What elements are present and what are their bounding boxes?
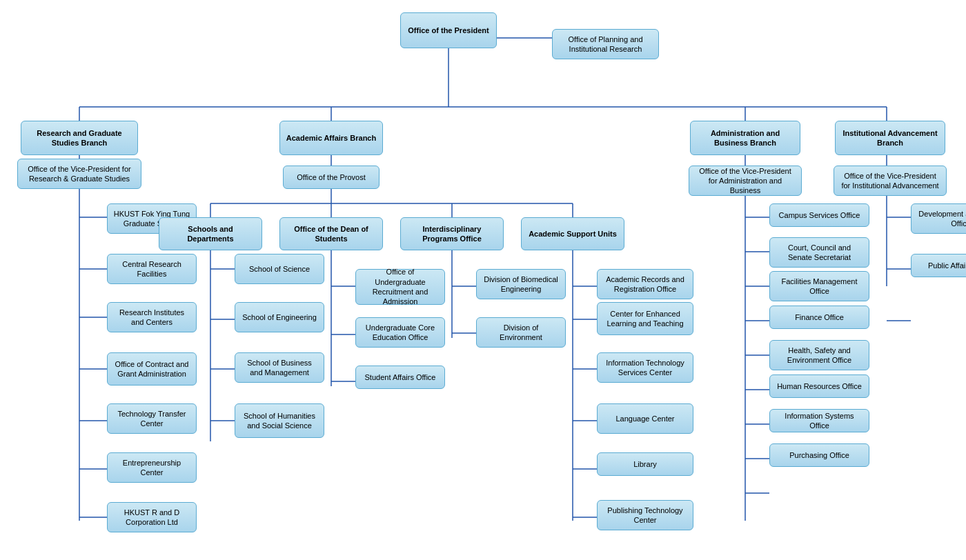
vp-admin-node: Office of the Vice-President for Adminis… [689,166,802,196]
academic-support-node: Academic Support Units [521,217,624,250]
info-systems-node: Information Systems Office [769,409,869,432]
central-research-node: Central Research Facilities [107,254,197,284]
purchasing-node: Purchasing Office [769,443,869,467]
library-node: Library [597,452,693,476]
interdisciplinary-node: Interdisciplinary Programs Office [400,217,504,250]
it-services-node: Information Technology Services Center [597,352,693,383]
admin-branch-node: Administration and Business Branch [690,121,800,155]
tech-transfer-node: Technology Transfer Center [107,403,197,434]
research-branch-node: Research and Graduate Studies Branch [21,121,138,155]
school-biz-node: School of Business and Management [235,352,324,383]
vp-research-node: Office of the Vice-President for Researc… [17,159,141,189]
undergrad-recruit-node: Office of Undergraduate Recruitment and … [355,269,445,305]
school-science-node: School of Science [235,254,324,284]
inst-branch-node: Institutional Advancement Branch [835,121,945,155]
academic-branch-node: Academic Affairs Branch [279,121,383,155]
school-eng-node: School of Engineering [235,302,324,332]
research-inst-node: Research Institutes and Centers [107,302,197,332]
schools-dept-node: Schools and Departments [159,217,262,250]
environment-node: Division of Environment [476,317,566,348]
celt-node: Center for Enhanced Learning and Teachin… [597,302,693,335]
development-alumni-node: Development and Alumni Office [911,203,966,234]
campus-services-node: Campus Services Office [769,203,869,227]
school-hum-node: School of Humanities and Social Science [235,403,324,438]
human-resources-node: Human Resources Office [769,374,869,398]
provost-node: Office of the Provost [283,166,379,189]
entrepreneurship-node: Entrepreneurship Center [107,452,197,483]
biomedical-node: Division of Biomedical Engineering [476,269,566,299]
language-center-node: Language Center [597,403,693,434]
vp-inst-node: Office of the Vice-President for Institu… [834,166,947,196]
student-affairs-node: Student Affairs Office [355,366,445,389]
public-affairs-node: Public Affairs Office [911,254,966,277]
court-council-node: Court, Council and Senate Secretariat [769,237,869,268]
contract-grant-node: Office of Contract and Grant Administrat… [107,352,197,386]
facilities-mgmt-node: Facilities Management Office [769,271,869,301]
hkust-rd-node: HKUST R and D Corporation Ltd [107,502,197,532]
publishing-node: Publishing Technology Center [597,500,693,530]
acad-records-node: Academic Records and Registration Office [597,269,693,299]
org-chart: Office of the President Office of Planni… [0,0,966,560]
president-node: Office of the President [400,12,497,48]
finance-node: Finance Office [769,306,869,329]
dean-students-node: Office of the Dean of Students [279,217,383,250]
planning-node: Office of Planning and Institutional Res… [552,29,659,59]
undergrad-core-node: Undergraduate Core Education Office [355,317,445,348]
health-safety-node: Health, Safety and Environment Office [769,340,869,370]
